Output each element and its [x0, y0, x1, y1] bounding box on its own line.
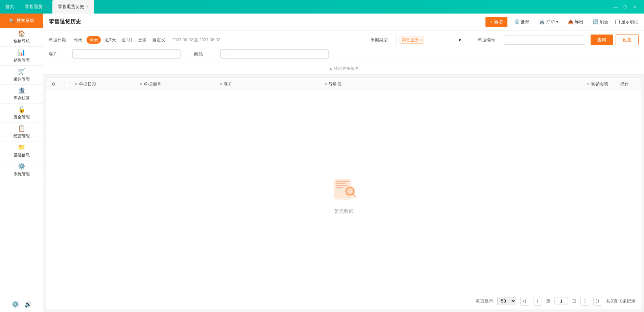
sidebar-search[interactable]: 🔍 搜索菜单: [0, 14, 43, 28]
customer-filter-input[interactable]: [72, 49, 181, 59]
type-filter-label: 单据类型: [370, 37, 394, 43]
th-customer[interactable]: ⇅ 客户: [217, 81, 322, 87]
first-page-button[interactable]: ⟨⟨: [520, 297, 529, 306]
sidebar-item-finance[interactable]: 🔒 资金管理: [0, 104, 43, 122]
collapse-bar[interactable]: ▲ 收起更多条件: [49, 63, 639, 74]
goods-filter-label: 商品: [194, 51, 218, 57]
date-filter-label: 单据日期: [49, 37, 72, 43]
cart-icon: 🛒: [18, 68, 25, 75]
empty-state: 暂无数据: [46, 91, 641, 293]
page-header: 零售退货历史 + 新增 🗑️ 删除 🖨️ 打印 ▾ 📤 导出 🔄: [43, 14, 644, 30]
maximize-button[interactable]: □: [621, 3, 629, 11]
page-number-input[interactable]: [554, 297, 568, 305]
close-tab-return-icon[interactable]: ×: [45, 4, 47, 9]
export-icon: 📤: [568, 19, 573, 24]
tab-home[interactable]: 首页: [0, 0, 20, 14]
window-controls: — □ ×: [610, 3, 644, 11]
filter-row-date: 单据日期 昨天 今天 近7天 近1月 更多 自定义 2023-06-02 至 2…: [49, 35, 639, 45]
print-button[interactable]: 🖨️ 打印 ▾: [536, 18, 561, 26]
th-action: 操作: [611, 81, 638, 87]
home-icon: 🏠: [18, 30, 25, 37]
page-label-suffix: 页: [572, 298, 576, 304]
next-page-button[interactable]: ⟩: [580, 297, 589, 306]
date-option-yesterday[interactable]: 昨天: [72, 36, 84, 44]
svg-rect-4: [336, 185, 347, 186]
print-dropdown-icon: ▾: [556, 19, 558, 24]
select-all-checkbox[interactable]: [64, 82, 68, 86]
delete-button[interactable]: 🗑️ 删除: [511, 18, 532, 26]
remove-type-tag[interactable]: ×: [420, 38, 422, 42]
type-tag: 零售退货 ×: [400, 37, 424, 44]
filter-item-type: 单据类型 零售退货 × ▾: [370, 35, 464, 45]
bank-icon: 🏦: [18, 87, 25, 94]
print-icon: 🖨️: [539, 19, 545, 24]
svg-rect-3: [336, 183, 346, 184]
type-select[interactable]: 零售退货 × ▾: [397, 35, 464, 45]
empty-illustration: [327, 169, 361, 203]
sidebar-item-quick-nav[interactable]: 🏠 快捷导航: [0, 28, 43, 47]
page-size-select[interactable]: 20 50 100: [497, 297, 516, 305]
th-date[interactable]: ⇅ 单据日期: [72, 81, 137, 87]
date-option-custom[interactable]: 自定义: [151, 36, 167, 44]
sidebar-item-system[interactable]: ⚙️ 系统管理: [0, 160, 43, 179]
show-detail-checkbox[interactable]: 显示明细: [615, 19, 639, 25]
sidebar-bottom: ⚙️ 🔊: [0, 296, 43, 312]
page-title: 零售退货历史: [49, 18, 485, 25]
tab-return[interactable]: 零售退货 ×: [20, 0, 52, 14]
th-code[interactable]: ⇅ 单据编号: [137, 81, 217, 87]
new-button[interactable]: + 新增: [485, 17, 507, 27]
code-filter-input[interactable]: [504, 36, 585, 45]
last-page-button[interactable]: ⟩⟩: [593, 297, 602, 306]
sort-icon-customer: ⇅: [220, 82, 222, 86]
svg-rect-5: [336, 187, 343, 188]
th-checkbox[interactable]: [60, 82, 72, 86]
settings-button[interactable]: 设置: [616, 35, 639, 45]
main-layout: 🔍 搜索菜单 🏠 快捷导航 📊 销售管理 🛒 采购管理 🏦 库存核算 🔒 资金管…: [0, 14, 644, 312]
sort-icon-date: ⇅: [75, 82, 77, 86]
chart-icon: 📊: [18, 49, 25, 56]
empty-text: 暂无数据: [334, 208, 353, 215]
query-button[interactable]: 查询: [591, 35, 613, 45]
prev-page-button[interactable]: ⟨: [533, 297, 542, 306]
export-button[interactable]: 📤 导出: [565, 18, 586, 26]
date-option-7days[interactable]: 近7天: [103, 36, 117, 44]
date-option-more[interactable]: 更多: [137, 36, 148, 44]
close-tab-return-history-icon[interactable]: ×: [86, 4, 89, 9]
goods-filter-input[interactable]: [220, 49, 329, 59]
sidebar-item-purchase[interactable]: 🛒 采购管理: [0, 66, 43, 85]
sidebar-item-sales[interactable]: 📊 销售管理: [0, 47, 43, 66]
sidebar-item-operations[interactable]: 📋 经营管理: [0, 122, 43, 141]
date-option-1month[interactable]: 近1月: [120, 36, 134, 44]
content-area: 零售退货历史 + 新增 🗑️ 删除 🖨️ 打印 ▾ 📤 导出 🔄: [43, 14, 644, 312]
volume-icon[interactable]: 🔊: [24, 300, 32, 308]
close-window-button[interactable]: ×: [630, 3, 639, 11]
filter-item-code: 单据编号: [478, 36, 585, 45]
setting-gear-icon[interactable]: ⚙: [52, 82, 56, 87]
filter-row-customer: 客户 商品: [49, 49, 639, 59]
search-icon: 🔍: [9, 18, 15, 23]
tab-return-history[interactable]: 零售退货历史 ×: [52, 0, 94, 14]
th-guide[interactable]: ⇅ 导购员: [322, 81, 402, 87]
filter-area: 单据日期 昨天 今天 近7天 近1月 更多 自定义 2023-06-02 至 2…: [43, 30, 644, 74]
svg-rect-2: [336, 181, 349, 182]
collapse-icon: ▲: [329, 66, 333, 71]
th-amount[interactable]: ⇅ 实销金额: [556, 81, 611, 87]
per-page-label: 每页显示: [476, 298, 493, 304]
date-option-today[interactable]: 今天: [87, 36, 101, 44]
show-detail-input[interactable]: [615, 20, 620, 24]
code-filter-label: 单据编号: [478, 37, 501, 43]
minimize-button[interactable]: —: [612, 3, 620, 11]
th-setting[interactable]: ⚙: [49, 82, 60, 87]
refresh-icon: 🔄: [593, 19, 598, 24]
refresh-button[interactable]: 🔄 刷新: [590, 18, 611, 26]
table-header: ⚙ ⇅ 单据日期 ⇅ 单据编号 ⇅ 客户 ⇅: [46, 77, 641, 91]
sidebar-item-base-info[interactable]: 📁 基础信息: [0, 141, 43, 160]
date-range-display: 2023-06-02 至 2023-06-02: [172, 37, 220, 43]
header-actions: + 新增 🗑️ 删除 🖨️ 打印 ▾ 📤 导出 🔄 刷新: [485, 17, 639, 27]
settings-icon[interactable]: ⚙️: [11, 300, 19, 308]
sidebar-item-inventory[interactable]: 🏦 库存核算: [0, 85, 43, 104]
sort-icon-code: ⇅: [140, 82, 142, 86]
gear-icon: ⚙️: [18, 162, 25, 170]
sort-icon-guide: ⇅: [325, 82, 327, 86]
customer-filter-label: 客户: [49, 51, 72, 57]
